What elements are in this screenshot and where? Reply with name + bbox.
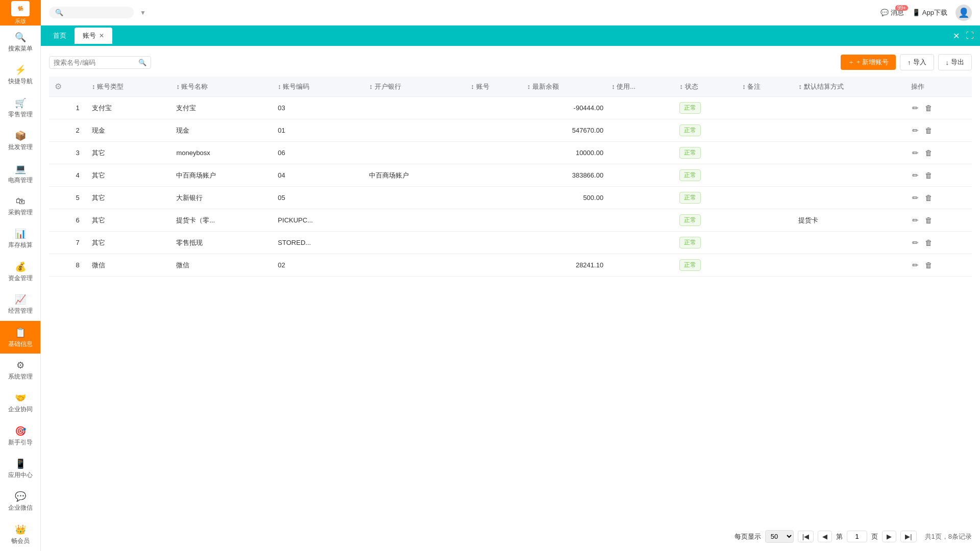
edit-button-7[interactable]: ✏ [911, 260, 920, 271]
topbar-search-input[interactable] [66, 9, 128, 16]
per-page-label: 每页显示 [734, 532, 761, 541]
tab-close-account[interactable]: ✕ [99, 32, 104, 39]
row-balance-7: 28241.10 [523, 254, 607, 277]
edit-button-2[interactable]: ✏ [911, 147, 920, 159]
sidebar-item-purchase[interactable]: 🛍采购管理 [0, 190, 40, 222]
sidebar-item-system[interactable]: ⚙系统管理 [0, 354, 40, 386]
edit-button-4[interactable]: ✏ [911, 192, 920, 204]
sidebar-label-shortcut: 快捷导航 [8, 78, 33, 85]
row-account-0 [467, 97, 523, 119]
edit-button-5[interactable]: ✏ [911, 215, 920, 226]
sidebar-item-contract[interactable]: 🤝企业协同 [0, 386, 40, 419]
table-row: 1 支付宝 支付宝 03 -90444.00 正常 ✏ 🗑 [49, 97, 972, 119]
first-page-button[interactable]: |◀ [798, 531, 814, 542]
search-box[interactable]: 🔍 [49, 56, 151, 69]
tabbar-actions: ✕ ⛶ [951, 29, 976, 43]
sidebar-item-wechat[interactable]: 💬企业微信 [0, 485, 40, 517]
status-badge-3: 正常 [679, 169, 701, 181]
col-type[interactable]: ↕ 账号类型 [88, 77, 172, 97]
user-avatar[interactable]: 👤 [955, 5, 972, 21]
row-remark-4 [738, 187, 794, 209]
col-account[interactable]: ↕ 账号 [467, 77, 523, 97]
prev-page-button[interactable]: ◀ [818, 531, 832, 542]
row-name-0: 支付宝 [172, 97, 274, 119]
col-balance[interactable]: ↕ 最新余额 [523, 77, 607, 97]
edit-button-1[interactable]: ✏ [911, 125, 920, 136]
toolbar-left: 🔍 [49, 56, 151, 69]
col-code[interactable]: ↕ 账号编码 [274, 77, 365, 97]
topbar-search[interactable]: 🔍 [49, 7, 134, 18]
delete-button-3[interactable]: 🗑 [924, 170, 934, 181]
sidebar-item-appcenter[interactable]: 📱应用中心 [0, 452, 40, 485]
delete-button-6[interactable]: 🗑 [924, 237, 934, 248]
delete-button-4[interactable]: 🗑 [924, 192, 934, 204]
delete-button-0[interactable]: 🗑 [924, 103, 934, 114]
row-index-1: 2 [67, 119, 88, 142]
delete-button-2[interactable]: 🗑 [924, 147, 934, 159]
tab-account[interactable]: 账号✕ [75, 28, 112, 44]
row-default-payment-5: 提货卡 [794, 209, 906, 232]
shortcut-icon: ⚡ [15, 64, 26, 76]
status-badge-0: 正常 [679, 102, 701, 114]
delete-button-7[interactable]: 🗑 [924, 260, 934, 271]
sidebar-item-retail[interactable]: 🛒零售管理 [0, 91, 40, 124]
message-button[interactable]: 💬 消息 99+ [880, 8, 904, 17]
sidebar-item-guide[interactable]: 🎯新手引导 [0, 419, 40, 452]
finance-icon: 💰 [15, 261, 26, 272]
per-page-select[interactable]: 50 100 200 [765, 530, 794, 543]
sidebar-item-operations[interactable]: 📈经营管理 [0, 288, 40, 320]
row-bank-2 [365, 142, 467, 164]
tab-home[interactable]: 首页 [45, 28, 75, 44]
last-page-button[interactable]: ▶| [900, 531, 916, 542]
edit-button-0[interactable]: ✏ [911, 103, 920, 114]
status-badge-1: 正常 [679, 124, 701, 136]
row-remark-1 [738, 119, 794, 142]
row-usage-2 [607, 142, 675, 164]
status-badge-6: 正常 [679, 237, 701, 248]
edit-button-6[interactable]: ✏ [911, 237, 920, 248]
expand-tab-button[interactable]: ⛶ [964, 29, 976, 43]
row-account-6 [467, 232, 523, 254]
inventory-icon: 📊 [15, 228, 26, 239]
system-icon: ⚙ [16, 360, 24, 371]
delete-button-1[interactable]: 🗑 [924, 125, 934, 136]
sidebar-item-member[interactable]: 👑畅会员 [0, 518, 40, 550]
status-badge-5: 正常 [679, 214, 701, 226]
sidebar-item-finance[interactable]: 💰资金管理 [0, 255, 40, 288]
col-remark-label: ↕ 备注 [742, 83, 761, 90]
row-name-6: 零售抵现 [172, 232, 274, 254]
col-default-payment[interactable]: ↕ 默认结算方式 [794, 77, 906, 97]
sidebar-item-inventory[interactable]: 📊库存核算 [0, 222, 40, 255]
sidebar-item-basic[interactable]: 📋基础信息 [0, 321, 40, 354]
table-header: ⚙ ↕ 账号类型 ↕ 账号名称 ↕ 账号编码 [49, 77, 972, 97]
row-code-6: STORED... [274, 232, 365, 254]
sidebar-item-wholesale[interactable]: 📦批发管理 [0, 124, 40, 157]
add-account-button[interactable]: ＋ + 新增账号 [841, 55, 896, 70]
export-button[interactable]: ↓ 导出 [938, 54, 972, 70]
col-bank[interactable]: ↕ 开户银行 [365, 77, 467, 97]
col-usage[interactable]: ↕ 使用... [607, 77, 675, 97]
next-page-button[interactable]: ▶ [882, 531, 896, 542]
sidebar-label-system: 系统管理 [8, 373, 33, 380]
basic-icon: 📋 [15, 327, 26, 338]
search-input[interactable] [54, 59, 135, 66]
col-name[interactable]: ↕ 账号名称 [172, 77, 274, 97]
app-download-button[interactable]: 📱 App下载 [912, 8, 947, 17]
close-tab-button[interactable]: ✕ [951, 29, 962, 43]
retail-icon: 🛒 [15, 97, 26, 109]
sidebar-item-shortcut[interactable]: ⚡快捷导航 [0, 58, 40, 91]
col-settings[interactable]: ⚙ [49, 77, 67, 97]
import-button[interactable]: ↑ 导入 [900, 54, 934, 70]
edit-button-3[interactable]: ✏ [911, 170, 920, 181]
row-bank-6 [365, 232, 467, 254]
col-remark[interactable]: ↕ 备注 [738, 77, 794, 97]
sidebar-item-ecommerce[interactable]: 💻电商管理 [0, 157, 40, 190]
row-index-3: 4 [67, 164, 88, 187]
sidebar-item-search[interactable]: 🔍搜索菜单 [0, 26, 40, 58]
page-input[interactable] [847, 531, 867, 542]
settings-icon[interactable]: ⚙ [55, 82, 62, 91]
delete-button-5[interactable]: 🗑 [924, 215, 934, 226]
col-status[interactable]: ↕ 状态 [675, 77, 738, 97]
contract-icon: 🤝 [15, 392, 26, 404]
row-balance-3: 383866.00 [523, 164, 607, 187]
